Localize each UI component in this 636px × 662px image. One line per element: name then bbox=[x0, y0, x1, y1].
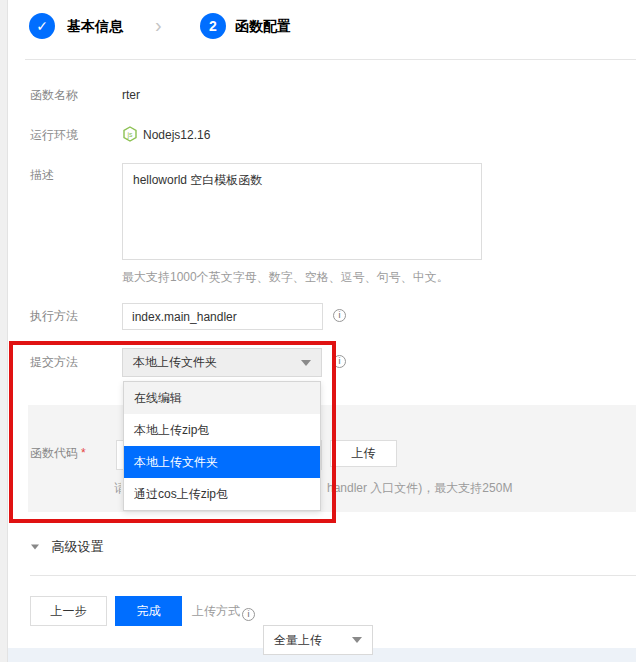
function-name-value: rter bbox=[122, 88, 140, 102]
triangle-down-icon bbox=[31, 544, 39, 549]
description-textarea[interactable]: helloworld 空白模板函数 bbox=[122, 163, 482, 260]
submit-method-select[interactable]: 本地上传文件夹 bbox=[122, 348, 322, 377]
dropdown-option-cos-zip[interactable]: 通过cos上传zip包 bbox=[124, 478, 320, 510]
svg-text:js: js bbox=[126, 131, 133, 139]
dropdown-option-local-zip[interactable]: 本地上传zip包 bbox=[124, 414, 320, 446]
description-helper-text: 最大支持1000个英文字母、数字、空格、逗号、句号、中文。 bbox=[122, 270, 449, 284]
advanced-settings-label: 高级设置 bbox=[51, 539, 103, 554]
code-helper-hidden-fragment: 请 bbox=[114, 481, 121, 495]
submit-method-label: 提交方法 bbox=[30, 355, 78, 369]
footer-divider bbox=[30, 575, 636, 576]
check-icon: ✓ bbox=[36, 18, 48, 34]
nodejs-icon: js bbox=[122, 126, 138, 142]
upload-mode-label: 上传方式i bbox=[192, 604, 255, 621]
handler-label: 执行方法 bbox=[30, 309, 78, 323]
previous-step-button[interactable]: 上一步 bbox=[30, 596, 107, 626]
chevron-down-icon bbox=[301, 360, 311, 366]
runtime-value: Nodejs12.16 bbox=[143, 128, 210, 142]
submit-method-selected-value: 本地上传文件夹 bbox=[133, 354, 217, 371]
advanced-settings-toggle[interactable]: 高级设置 bbox=[30, 537, 103, 556]
upload-button[interactable]: 上传 bbox=[330, 440, 397, 467]
upload-mode-label-text: 上传方式 bbox=[192, 604, 240, 618]
upload-mode-info-icon[interactable]: i bbox=[242, 608, 255, 621]
finish-button[interactable]: 完成 bbox=[115, 596, 182, 626]
upload-mode-select[interactable]: 全量上传 bbox=[263, 625, 373, 655]
step2-label: 函数配置 bbox=[235, 13, 291, 39]
step2-number-badge: 2 bbox=[200, 13, 226, 39]
step1-done-check-icon: ✓ bbox=[29, 13, 55, 39]
runtime-label: 运行环境 bbox=[30, 128, 78, 142]
handler-input[interactable] bbox=[122, 303, 323, 330]
dropdown-option-online-edit[interactable]: 在线编辑 bbox=[124, 382, 320, 414]
upload-mode-selected-value: 全量上传 bbox=[274, 632, 322, 649]
submit-method-dropdown-menu: 在线编辑 本地上传zip包 本地上传文件夹 通过cos上传zip包 bbox=[123, 381, 321, 511]
step1-label: 基本信息 bbox=[67, 13, 123, 39]
page-left-gutter bbox=[0, 0, 8, 662]
chevron-down-icon bbox=[352, 637, 362, 643]
function-code-label-text: 函数代码 bbox=[30, 446, 78, 460]
dropdown-option-local-folder[interactable]: 本地上传文件夹 bbox=[124, 446, 320, 478]
function-name-label: 函数名称 bbox=[30, 88, 78, 102]
handler-info-icon[interactable]: i bbox=[333, 309, 346, 322]
code-helper-text: handler 入口文件)，最大支持250M bbox=[327, 481, 512, 495]
chevron-right-icon: › bbox=[155, 12, 162, 38]
header-divider bbox=[25, 59, 636, 60]
function-code-label: 函数代码* bbox=[30, 446, 86, 460]
required-asterisk: * bbox=[81, 446, 86, 460]
description-label: 描述 bbox=[30, 168, 54, 182]
submit-method-info-icon[interactable]: i bbox=[333, 355, 346, 368]
step2-number: 2 bbox=[209, 18, 217, 34]
